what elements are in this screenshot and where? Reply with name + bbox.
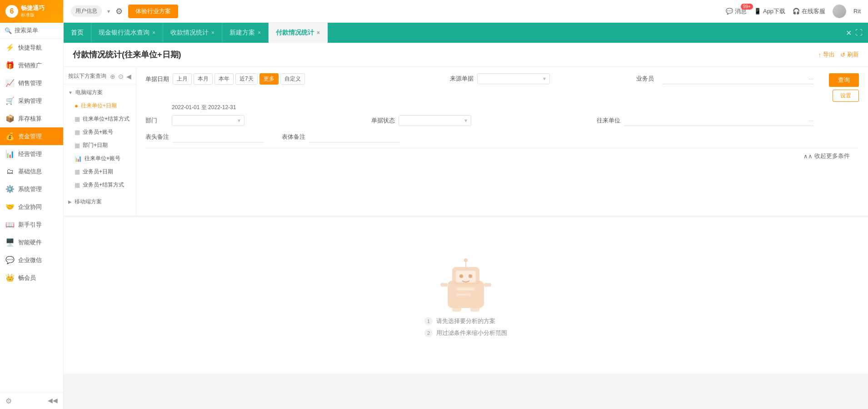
sidebar-item-purchase[interactable]: 🛒 采购管理 <box>0 92 63 110</box>
date-btn-more[interactable]: 更多 <box>259 73 279 85</box>
tab-cashflow-close[interactable]: × <box>152 30 155 35</box>
scheme-group-mobile: ▶ 移动端方案 <box>64 193 136 210</box>
filter-actions: 查询 设置 <box>823 73 859 102</box>
tab-payment-close[interactable]: × <box>317 30 320 35</box>
scheme-item-salesperson-date[interactable]: ▦ 业务员+日期 <box>64 165 136 178</box>
scheme-item-partner-account[interactable]: 📊 往来单位+账号 <box>64 152 136 165</box>
scheme-panel-icons: ⊕ ⊙ ◀ <box>110 73 131 80</box>
guide-icon: 📖 <box>5 220 15 229</box>
tip-num-2: 2 <box>424 329 433 337</box>
service-icon: 🎧 <box>793 8 800 15</box>
message-icon: 💬 <box>726 8 733 15</box>
tab-expand-icon[interactable]: ⛶ <box>855 29 863 37</box>
query-button[interactable]: 查询 <box>829 73 859 87</box>
sidebar-item-shortcut[interactable]: ⚡ 快捷导航 <box>0 39 63 56</box>
date-btn-last-month[interactable]: 上月 <box>173 73 192 85</box>
scheme-item-label: 业务员+账号 <box>83 128 113 136</box>
tab-newscheme-close[interactable]: × <box>258 30 261 35</box>
message-button[interactable]: 💬 消息 99+ <box>726 7 747 15</box>
scheme-item-icon: ▦ <box>75 116 80 122</box>
operation-icon: 📊 <box>5 150 15 158</box>
salesperson-more-icon[interactable]: ··· <box>808 75 813 82</box>
sidebar-settings-button[interactable]: ⚙ <box>5 397 12 405</box>
topbar: 用户信息 ▾ ⚙ 体验行业方案 💬 消息 99+ 📱 App下载 🎧 在线客服 … <box>64 0 868 23</box>
header-note-label: 表头备注 <box>145 133 169 141</box>
scheme-item-partner-payment[interactable]: ▦ 往来单位+结算方式 <box>64 112 136 126</box>
sidebar-item-label: 畅会员 <box>18 274 36 282</box>
sidebar-item-sales[interactable]: 📈 销售管理 <box>0 74 63 92</box>
setting-button[interactable]: 设置 <box>833 90 859 102</box>
svg-rect-8 <box>484 283 491 287</box>
sidebar-item-basic[interactable]: 🗂 基础信息 <box>0 163 63 180</box>
sidebar-item-guide[interactable]: 📖 新手引导 <box>0 216 63 233</box>
source-select[interactable]: ▾ <box>477 73 550 84</box>
filter-row-2: 部门 ▾ 单据状态 ▾ 往来单位 <box>145 115 859 126</box>
date-btn-7days[interactable]: 近7天 <box>235 73 258 85</box>
sidebar-item-enterprise[interactable]: 🤝 企业协同 <box>0 198 63 216</box>
sidebar-item-system[interactable]: ⚙️ 系统管理 <box>0 180 63 198</box>
sidebar-item-hardware[interactable]: 🖥️ 智能硬件 <box>0 233 63 251</box>
body-note-label: 表体备注 <box>282 133 305 141</box>
scheme-item-dept-date[interactable]: ▦ 部门+日期 <box>64 139 136 152</box>
scheme-group-mobile-header[interactable]: ▶ 移动端方案 <box>64 195 136 208</box>
date-btn-this-year[interactable]: 本年 <box>215 73 234 85</box>
svg-rect-11 <box>457 288 475 290</box>
tab-home[interactable]: 首页 <box>64 23 91 43</box>
docstatus-select[interactable]: ▾ <box>399 115 471 126</box>
app-download-button[interactable]: 📱 App下载 <box>754 7 785 15</box>
tab-payment[interactable]: 付款情况统计 × <box>269 23 328 43</box>
date-btn-custom[interactable]: 自定义 <box>280 73 305 85</box>
system-icon: ⚙️ <box>5 185 15 193</box>
dept-label: 部门 <box>145 116 168 125</box>
partner-label: 往来单位 <box>597 116 620 125</box>
trial-button[interactable]: 体验行业方案 <box>128 5 178 18</box>
tab-receipt-close[interactable]: × <box>211 30 215 35</box>
header-note-input[interactable] <box>173 131 264 142</box>
search-menu[interactable]: 🔍 搜索菜单 <box>0 23 63 39</box>
avatar[interactable] <box>833 5 846 18</box>
body-note-input[interactable] <box>309 131 400 142</box>
sidebar-item-label: 资金管理 <box>18 132 42 141</box>
scheme-item-icon: ▦ <box>75 129 80 136</box>
export-button[interactable]: ↑ 导出 <box>818 50 835 59</box>
sidebar-item-inventory[interactable]: 📦 库存核算 <box>0 110 63 127</box>
collapse-btn[interactable]: ∧∧ 收起更多条件 <box>145 148 859 164</box>
partner-more-icon[interactable]: ··· <box>808 117 813 124</box>
enterprise-icon: 🤝 <box>5 202 15 211</box>
collapse-up-icon: ∧∧ <box>803 153 813 160</box>
sidebar-item-wechat[interactable]: 💬 企业微信 <box>0 251 63 269</box>
sidebar-collapse-button[interactable]: ◀◀ <box>48 397 58 405</box>
sidebar-item-operation[interactable]: 📊 经营管理 <box>0 145 63 163</box>
user-name: 用户信息 <box>75 7 97 15</box>
sidebar-item-marketing[interactable]: 🎁 营销推广 <box>0 56 63 74</box>
tab-newscheme[interactable]: 新建方案 × <box>222 23 269 43</box>
svg-point-6 <box>464 258 468 262</box>
user-info[interactable]: 用户信息 <box>71 5 102 17</box>
svg-rect-9 <box>452 307 461 312</box>
scheme-group-pc-header[interactable]: ▼ 电脑端方案 <box>64 86 136 99</box>
scheme-item-salesperson-payment[interactable]: ▦ 业务员+结算方式 <box>64 178 136 192</box>
user-dropdown-icon[interactable]: ▾ <box>107 8 110 15</box>
empty-tip-1-text: 请先选择要分析的方案 <box>436 317 495 325</box>
tab-cashflow[interactable]: 现金银行流水查询 × <box>91 23 163 43</box>
scheme-item-icon: ● <box>75 102 78 109</box>
scheme-panel-title: 按以下方案查询 <box>68 72 106 80</box>
sidebar-logo: 6 畅捷通巧 标准版 <box>0 0 63 23</box>
sidebar-item-member[interactable]: 👑 畅会员 <box>0 269 63 287</box>
scheme-item-salesperson-account[interactable]: ▦ 业务员+账号 <box>64 126 136 139</box>
refresh-button[interactable]: ↺ 刷新 <box>840 50 859 59</box>
tab-cashflow-label: 现金银行流水查询 <box>99 29 150 37</box>
date-btn-this-month[interactable]: 本月 <box>194 73 213 85</box>
scheme-item-partner-date[interactable]: ● 往来单位+日期 <box>64 99 136 112</box>
dept-select[interactable]: ▾ <box>172 115 244 126</box>
scheme-add-icon[interactable]: ⊕ <box>110 73 115 80</box>
tab-receipt[interactable]: 收款情况统计 × <box>163 23 222 43</box>
tab-close-all-icon[interactable]: ✕ <box>846 29 852 37</box>
scheme-collapse-icon[interactable]: ◀ <box>126 73 131 80</box>
date-range-display: 2022-01-01 至 2022-12-31 <box>172 104 236 111</box>
scheme-panel: 按以下方案查询 ⊕ ⊙ ◀ ▼ 电脑端方案 ● 往来单位+日期 <box>64 67 136 216</box>
topbar-settings-icon[interactable]: ⚙ <box>115 6 123 16</box>
online-service-button[interactable]: 🎧 在线客服 <box>793 7 825 15</box>
scheme-settings-icon[interactable]: ⊙ <box>118 73 124 80</box>
sidebar-item-finance[interactable]: 💰 资金管理 <box>0 127 63 145</box>
